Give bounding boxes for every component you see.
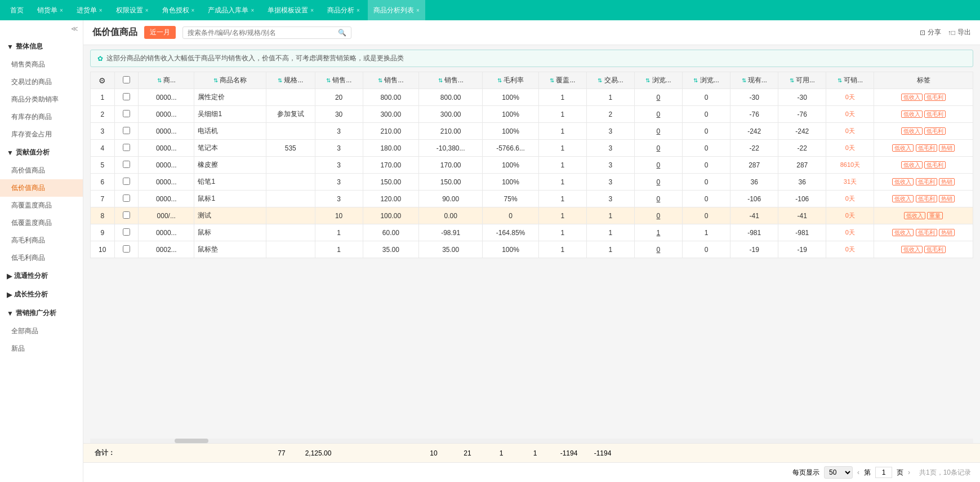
next-page-button[interactable]: › — [908, 468, 910, 476]
nav-close-进货单[interactable]: × — [99, 7, 103, 14]
row-checkbox-7[interactable] — [123, 194, 130, 202]
nav-close-权限设置[interactable]: × — [145, 7, 149, 14]
nav-item-商品分析[interactable]: 商品分析× — [322, 0, 366, 20]
share-button[interactable]: ⊡ 分享 — [920, 28, 941, 37]
nav-item-产成品入库单[interactable]: 产成品入库单× — [202, 0, 260, 20]
browse-link-2[interactable]: 0 — [657, 110, 661, 118]
col-header-6[interactable]: ⇅ 销售... — [363, 72, 418, 89]
chevron-icon: ▼ — [7, 43, 14, 51]
row-col9: -22 — [730, 140, 778, 157]
search-icon[interactable]: 🔍 — [338, 29, 346, 37]
nav-item-进货单[interactable]: 进货单× — [71, 0, 108, 20]
browse-link-7[interactable]: 0 — [657, 195, 661, 203]
horizontal-scrollbar[interactable] — [90, 439, 973, 443]
nav-item-角色授权[interactable]: 角色授权× — [157, 0, 201, 20]
sidebar-item-全部商品[interactable]: 全部商品 — [0, 322, 83, 340]
row-checkbox-5[interactable] — [123, 161, 130, 168]
browse-link-3[interactable]: 0 — [657, 127, 661, 135]
row-index: 3 — [91, 123, 115, 140]
col-header-3[interactable]: ⇅ 商品名称 — [194, 72, 266, 89]
browse-link-5[interactable]: 0 — [657, 161, 661, 169]
nav-item-首页[interactable]: 首页 — [5, 0, 29, 20]
gear-icon[interactable]: ⚙ — [99, 76, 106, 85]
browse-link-1[interactable]: 0 — [657, 94, 661, 101]
days-tag-9: 0天 — [845, 229, 855, 236]
col-header-15[interactable]: ⇅ 可销... — [826, 72, 874, 89]
col-header-7[interactable]: ⇅ 销售... — [418, 72, 482, 89]
nav-item-单据模板设置[interactable]: 单据模板设置× — [262, 0, 319, 20]
table-container: ⚙⇅ 商...⇅ 商品名称⇅ 规格...⇅ 销售...⇅ 销售...⇅ 销售..… — [83, 72, 980, 439]
sidebar-item-低毛利商品[interactable]: 低毛利商品 — [0, 249, 83, 267]
sidebar-group-营销推广分析[interactable]: ▼ 营销推广分析 — [0, 304, 83, 322]
sidebar-item-库存资金占用[interactable]: 库存资金占用 — [0, 126, 83, 143]
days-tag-7: 0天 — [845, 195, 855, 202]
col-header-11[interactable]: ⇅ 浏览... — [634, 72, 682, 89]
prev-page-button[interactable]: ‹ — [857, 468, 859, 476]
nav-close-产成品入库单[interactable]: × — [251, 7, 254, 14]
row-checkbox-9[interactable] — [123, 228, 130, 236]
sidebar-group-整体信息[interactable]: ▼ 整体信息 — [0, 37, 83, 56]
col-header-2[interactable]: ⇅ 商... — [139, 72, 194, 89]
sidebar-item-低覆盖度商品[interactable]: 低覆盖度商品 — [0, 214, 83, 232]
nav-close-商品分析列表[interactable]: × — [416, 7, 420, 14]
sidebar-item-商品分类助销率[interactable]: 商品分类助销率 — [0, 91, 83, 108]
sidebar-item-新品[interactable]: 新品 — [0, 340, 83, 357]
sidebar-collapse-button[interactable]: ≪ — [0, 20, 83, 37]
sidebar-group-流通性分析[interactable]: ▶ 流通性分析 — [0, 267, 83, 285]
browse-link-6[interactable]: 0 — [657, 178, 661, 186]
nav-item-商品分析列表[interactable]: 商品分析列表× — [368, 0, 425, 20]
sidebar-item-有库存的商品[interactable]: 有库存的商品 — [0, 108, 83, 126]
col-header-14[interactable]: ⇅ 可用... — [778, 72, 826, 89]
browse-link-10[interactable]: 0 — [657, 246, 661, 254]
col-header-5[interactable]: ⇅ 销售... — [315, 72, 363, 89]
pagination: 每页显示 50 100 200 ‹ 第 页 › 共1页，10条记录 — [83, 462, 980, 482]
filter-button[interactable]: 近一月 — [144, 26, 176, 39]
row-col1: 20 — [315, 89, 363, 106]
col-header-13[interactable]: ⇅ 现有... — [730, 72, 778, 89]
sidebar-item-低价值商品[interactable]: 低价值商品 — [0, 179, 83, 197]
row-col9: 36 — [730, 174, 778, 191]
row-spec — [266, 89, 315, 106]
row-col1: 1 — [315, 241, 363, 258]
row-col6: 3 — [586, 157, 634, 174]
row-checkbox-1[interactable] — [123, 93, 130, 100]
row-checkbox-2[interactable] — [123, 110, 130, 117]
row-checkbox-8[interactable] — [123, 211, 130, 219]
nav-item-权限设置[interactable]: 权限设置× — [110, 0, 154, 20]
total-col8: 1 — [518, 449, 552, 457]
sidebar-item-高覆盖度商品[interactable]: 高覆盖度商品 — [0, 197, 83, 214]
sidebar-item-高毛利商品[interactable]: 高毛利商品 — [0, 232, 83, 249]
browse-link-4[interactable]: 0 — [657, 144, 661, 152]
per-page-select[interactable]: 50 100 200 — [824, 466, 853, 479]
select-all-checkbox[interactable] — [123, 76, 130, 83]
row-checkbox-10[interactable] — [123, 245, 130, 253]
col-header-8[interactable]: ⇅ 毛利率 — [483, 72, 538, 89]
sidebar-group-贡献值分析[interactable]: ▼ 贡献值分析 — [0, 143, 83, 162]
page-number-input[interactable] — [875, 467, 892, 478]
col-header-4[interactable]: ⇅ 规格... — [266, 72, 315, 89]
row-checkbox-6[interactable] — [123, 178, 130, 185]
nav-close-销货单[interactable]: × — [60, 7, 63, 14]
col-header-9[interactable]: ⇅ 覆盖... — [538, 72, 586, 89]
sidebar-item-销售类商品[interactable]: 销售类商品 — [0, 56, 83, 73]
tag-6-2: 热销 — [939, 178, 955, 185]
nav-item-销货单[interactable]: 销货单× — [32, 0, 69, 20]
sidebar-group-成长性分析[interactable]: ▶ 成长性分析 — [0, 285, 83, 304]
nav-close-商品分析[interactable]: × — [357, 7, 360, 14]
export-button[interactable]: ↑□ 导出 — [948, 28, 971, 37]
col-header-12[interactable]: ⇅ 浏览... — [683, 72, 730, 89]
row-checkbox-4[interactable] — [123, 144, 130, 151]
col-header-10[interactable]: ⇅ 交易... — [586, 72, 634, 89]
browse-link-8[interactable]: 0 — [657, 212, 661, 220]
nav-close-角色授权[interactable]: × — [191, 7, 195, 14]
sidebar-item-交易过的商品[interactable]: 交易过的商品 — [0, 73, 83, 91]
row-index: 2 — [91, 106, 115, 123]
browse-link-9[interactable]: 1 — [657, 229, 661, 237]
row-checkbox-3[interactable] — [123, 127, 130, 134]
row-col3: 90.00 — [418, 191, 482, 207]
days-tag-10: 0天 — [845, 246, 855, 253]
search-input[interactable] — [188, 29, 336, 37]
sidebar-item-高价值商品[interactable]: 高价值商品 — [0, 162, 83, 179]
row-col4: 75% — [483, 191, 538, 207]
nav-close-单据模板设置[interactable]: × — [310, 7, 314, 14]
